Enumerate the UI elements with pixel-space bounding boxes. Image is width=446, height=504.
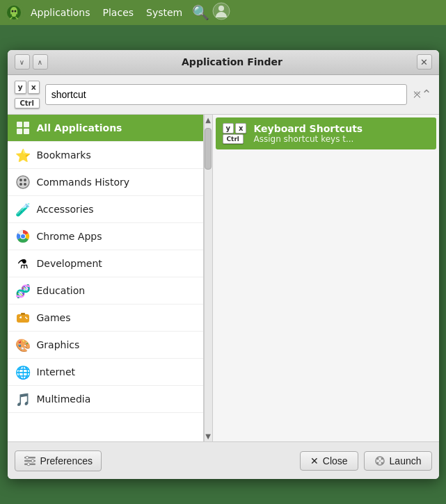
svg-point-23 <box>25 317 26 318</box>
menubar-applications[interactable]: Applications <box>25 6 96 19</box>
cat-icon-games <box>15 309 31 326</box>
svg-point-1 <box>12 10 14 13</box>
cat-icon-graphics: 🎨 <box>15 336 31 353</box>
svg-point-15 <box>19 183 22 186</box>
result-name: Keyboard Shortcuts <box>253 123 363 134</box>
cat-icon-education: 🧬 <box>15 282 31 299</box>
svg-rect-7 <box>17 122 22 127</box>
result-key-row: y x <box>223 123 247 133</box>
category-graphics[interactable]: 🎨 Graphics <box>8 332 203 359</box>
cat-label-development: Development <box>37 258 102 269</box>
result-key-y: y <box>223 123 234 133</box>
category-bookmarks[interactable]: ⭐ Bookmarks <box>8 142 203 169</box>
close-label: Close <box>323 455 348 466</box>
svg-point-33 <box>376 457 379 460</box>
cat-icon-chrome <box>15 228 31 245</box>
main-content: All Applications ⭐ Bookmarks <box>8 115 439 441</box>
menubar-system[interactable]: System <box>141 6 188 19</box>
category-all-applications[interactable]: All Applications <box>8 115 203 142</box>
close-icon: ✕ <box>310 455 319 466</box>
scrollbar-down-arrow[interactable]: ▼ <box>205 431 211 441</box>
titlebar-close-button[interactable]: ✕ <box>417 54 432 70</box>
category-scrollbar[interactable]: ▲ ▼ <box>204 115 212 441</box>
results-panel: y x Ctrl Keyboard Shortcuts Assign short… <box>213 115 439 441</box>
preferences-label: Preferences <box>40 455 93 466</box>
key-y: y <box>15 81 26 94</box>
key-ctrl: Ctrl <box>15 98 40 108</box>
category-chrome[interactable]: Chrome Apps <box>8 223 203 250</box>
categories-panel: All Applications ⭐ Bookmarks <box>8 115 213 441</box>
cat-label-graphics: Graphics <box>37 339 80 350</box>
titlebar-controls-left: ∨ ∧ <box>15 54 48 70</box>
cat-icon-accessories: 🧪 <box>15 201 31 218</box>
cat-label-internet: Internet <box>37 366 76 377</box>
category-accessories[interactable]: 🧪 Accessories <box>8 196 203 223</box>
category-multimedia[interactable]: 🎵 Multimedia <box>8 386 203 413</box>
svg-rect-10 <box>24 129 29 134</box>
window-title: Application Finder <box>48 56 417 67</box>
titlebar: ∨ ∧ Application Finder ✕ <box>8 50 439 75</box>
category-commands[interactable]: Commands History <box>8 169 203 196</box>
svg-point-4 <box>218 6 224 11</box>
bottombar: Preferences ✕ Close Launch <box>8 441 439 479</box>
svg-point-31 <box>27 462 30 465</box>
menubar-user-icon[interactable] <box>212 2 230 23</box>
svg-point-19 <box>21 234 25 238</box>
svg-rect-25 <box>21 313 25 315</box>
result-desc: Assign shortcut keys t... <box>253 134 363 144</box>
result-keyboard-icon: y x Ctrl <box>223 123 247 144</box>
cat-label-commands: Commands History <box>37 177 130 188</box>
cat-icon-development: ⚗️ <box>15 255 31 272</box>
close-button[interactable]: ✕ Close <box>300 451 358 471</box>
svg-point-37 <box>379 460 381 462</box>
launch-button[interactable]: Launch <box>364 451 432 471</box>
category-games[interactable]: Games <box>8 304 203 332</box>
cat-icon-internet: 🌐 <box>15 364 31 380</box>
menubar-search-icon[interactable]: 🔍 <box>192 4 209 21</box>
cat-label-education: Education <box>37 285 86 296</box>
search-area: y x Ctrl ⌃ <box>8 75 439 115</box>
svg-point-24 <box>26 318 27 319</box>
menubar-places[interactable]: Places <box>97 6 140 19</box>
keyboard-shortcut-icon: y x Ctrl <box>15 81 40 108</box>
key-x: x <box>28 81 40 94</box>
category-internet[interactable]: 🌐 Internet <box>8 359 203 386</box>
titlebar-maximize-button[interactable]: ∧ <box>33 54 48 70</box>
svg-rect-8 <box>24 122 29 127</box>
result-text-area: Keyboard Shortcuts Assign shortcut keys … <box>253 123 363 144</box>
svg-rect-22 <box>20 316 22 318</box>
cat-label-multimedia: Multimedia <box>37 393 91 405</box>
result-key-ctrl: Ctrl <box>223 134 244 144</box>
result-key-x: x <box>235 123 246 133</box>
window-area: ∨ ∧ Application Finder ✕ y x Ctrl <box>0 25 446 504</box>
cat-label-games: Games <box>37 312 71 323</box>
scrollbar-thumb[interactable] <box>205 128 212 170</box>
svg-point-30 <box>31 460 34 462</box>
preferences-button[interactable]: Preferences <box>15 450 102 471</box>
search-clear-button[interactable]: ⌃ <box>413 85 432 104</box>
menubar-logo[interactable] <box>4 3 24 22</box>
preferences-icon <box>24 455 36 467</box>
search-input[interactable] <box>45 84 407 105</box>
launch-label: Launch <box>390 455 422 466</box>
result-keyboard-shortcuts[interactable]: y x Ctrl Keyboard Shortcuts Assign short… <box>216 117 436 149</box>
category-list: All Applications ⭐ Bookmarks <box>8 115 204 441</box>
category-education[interactable]: 🧬 Education <box>8 277 203 304</box>
cat-label-bookmarks: Bookmarks <box>37 149 91 161</box>
titlebar-minimize-button[interactable]: ∨ <box>15 54 30 70</box>
cat-label-all: All Applications <box>37 122 122 133</box>
app-window: ∨ ∧ Application Finder ✕ y x Ctrl <box>8 50 439 479</box>
cat-icon-all <box>15 120 31 136</box>
launch-icon <box>374 455 385 466</box>
category-development[interactable]: ⚗️ Development <box>8 250 203 277</box>
scrollbar-up-arrow[interactable]: ▲ <box>205 115 211 125</box>
menubar: Applications Places System 🔍 <box>0 0 446 25</box>
svg-point-14 <box>24 179 26 181</box>
cat-icon-commands <box>15 174 31 190</box>
svg-point-2 <box>15 10 17 13</box>
cat-icon-multimedia: 🎵 <box>15 391 31 407</box>
bottom-right-buttons: ✕ Close Launch <box>300 451 432 471</box>
svg-point-35 <box>376 462 379 464</box>
cat-label-chrome: Chrome Apps <box>37 231 102 242</box>
svg-point-36 <box>381 462 383 464</box>
